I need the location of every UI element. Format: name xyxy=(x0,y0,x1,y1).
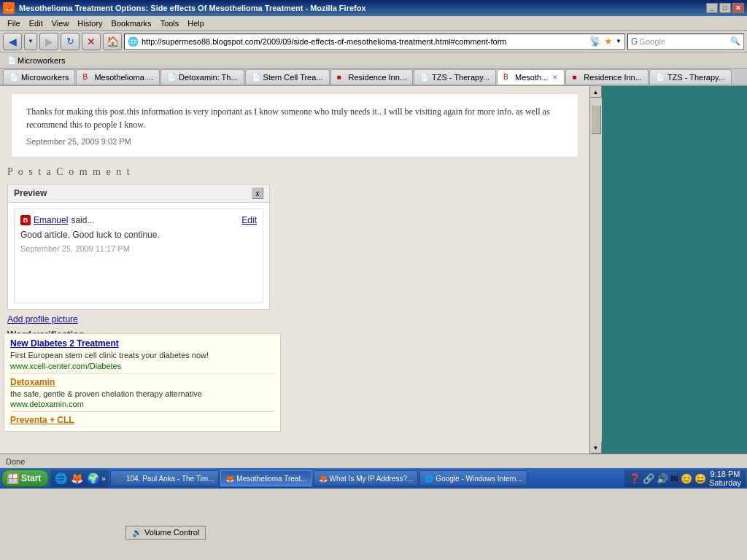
taskbar-time: 9:18 PM Saturday xyxy=(709,470,741,487)
forward-button[interactable]: ▶ xyxy=(39,33,58,50)
scroll-up-button[interactable]: ▲ xyxy=(590,86,602,98)
preview-username[interactable]: Emanuel xyxy=(34,215,68,225)
bookmark-dropdown[interactable]: ▼ xyxy=(616,38,622,44)
address-text: http://supermeso88.blogspot.com/2009/09/… xyxy=(142,37,587,46)
ad-title-3[interactable]: Preventa + CLL xyxy=(10,415,274,425)
scroll-track[interactable] xyxy=(590,98,602,442)
taskbar-ie-icon[interactable]: 🌐 xyxy=(53,471,68,486)
search-engine-icon: G xyxy=(631,36,638,47)
taskbar-ip-icon: 🦊 xyxy=(319,475,328,483)
tab-label-tzs1: TZS - Therapy... xyxy=(432,73,489,82)
preview-content: B Emanuel said... Edit Good article. Goo… xyxy=(8,203,269,309)
back-dropdown[interactable]: ▼ xyxy=(24,33,37,50)
tabs-bar: 📄 Microworkers B Mesothelioma ... 📄 Deto… xyxy=(0,69,747,86)
taskbar-firefox-icon[interactable]: 🦊 xyxy=(69,471,84,486)
quick-launch-more[interactable]: » xyxy=(101,475,106,483)
tab-residence1[interactable]: ■ Residence Inn... xyxy=(330,69,414,85)
window-title: Mesothelioma Treatment Options: Side eff… xyxy=(19,4,366,12)
maximize-button[interactable]: □ xyxy=(719,3,731,13)
taskbar-btn-media[interactable]: 🎵 104. Paul Anka - The Tim... xyxy=(110,470,219,486)
menu-view[interactable]: View xyxy=(47,18,74,29)
preview-comment-date: September 25, 2009 11:17 PM xyxy=(20,244,257,253)
vertical-scrollbar[interactable]: ▲ ▼ xyxy=(589,86,601,454)
tab-residence2[interactable]: ■ Residence Inn... xyxy=(565,69,649,85)
minimize-button[interactable]: _ xyxy=(706,3,718,13)
tab-icon-tzs2: 📄 xyxy=(656,73,665,82)
tab-tzs2[interactable]: 📄 TZS - Therapy... xyxy=(649,69,732,85)
tab-tzs1[interactable]: 📄 TZS - Therapy... xyxy=(414,69,496,85)
taskbar-chrome-icon[interactable]: 🌍 xyxy=(85,471,100,486)
preview-said: said... xyxy=(71,215,94,225)
start-icon: 🪟 xyxy=(7,472,19,484)
taskbar-network-icon[interactable]: 🔗 xyxy=(643,473,654,484)
tab-icon-microworkers: 📄 xyxy=(9,73,18,82)
close-button[interactable]: ✕ xyxy=(732,3,744,13)
preview-close-button[interactable]: x xyxy=(252,187,263,199)
navigation-bar: ◀ ▼ ▶ ↻ ✕ 🏠 🌐 http://supermeso88.blogspo… xyxy=(0,31,747,52)
notification-area: ❓ 🔗 🔊 ✉ 😊 😄 xyxy=(629,473,706,484)
tab-stemcell[interactable]: 📄 Stem Cell Trea... xyxy=(245,69,330,85)
tab-label-tzs2: TZS - Therapy... xyxy=(667,73,725,82)
menu-tools[interactable]: Tools xyxy=(156,18,184,29)
preview-header: Preview x xyxy=(8,184,269,203)
stop-button[interactable]: ✕ xyxy=(82,33,101,50)
bookmarks-bar: 📄 Microworkers xyxy=(0,52,747,69)
bookmark-star[interactable]: ★ xyxy=(604,36,613,47)
home-button[interactable]: 🏠 xyxy=(103,33,122,50)
tab-mesothelioma1[interactable]: B Mesothelioma ... xyxy=(76,69,160,85)
preview-box: Preview x B Emanuel said... Edit Good ar… xyxy=(7,184,270,310)
taskbar-btn-mesothelioma[interactable]: 🦊 Mesothelioma Treat... xyxy=(220,470,311,486)
volume-label: Volume Control xyxy=(144,528,199,537)
address-bar[interactable]: 🌐 http://supermeso88.blogspot.com/2009/0… xyxy=(124,34,625,50)
tab-icon-residence2: ■ xyxy=(572,73,581,82)
menu-history[interactable]: History xyxy=(73,18,107,29)
tab-label-mesoth: Mesoth... xyxy=(515,73,548,82)
search-bar[interactable]: G Google 🔍 xyxy=(627,34,744,50)
taskbar-help-icon[interactable]: ❓ xyxy=(629,473,640,484)
tab-label-detoxamin: Detoxamin: Th... xyxy=(179,73,238,82)
taskbar-btn-google[interactable]: 🌐 Google - Windows Intern... xyxy=(419,470,527,486)
taskbar-sound-icon[interactable]: 🔊 xyxy=(657,473,668,484)
reload-button[interactable]: ↻ xyxy=(61,33,80,50)
comment-preview-inner: B Emanuel said... Edit Good article. Goo… xyxy=(14,209,263,303)
tab-mesoth-active[interactable]: B Mesoth... ✕ xyxy=(497,69,565,85)
tab-close-mesoth[interactable]: ✕ xyxy=(552,74,558,81)
rss-icon[interactable]: 📡 xyxy=(589,36,601,47)
scroll-down-button[interactable]: ▼ xyxy=(590,442,602,454)
tab-label-residence1: Residence Inn... xyxy=(349,73,407,82)
taskbar-btn-ipcheck[interactable]: 🦊 What Is My IP Address?... xyxy=(314,470,419,486)
taskbar-mail-icon[interactable]: ✉ xyxy=(670,473,678,484)
start-button[interactable]: 🪟 Start xyxy=(1,470,49,487)
menu-bar: File Edit View History Bookmarks Tools H… xyxy=(0,16,747,31)
volume-control-popup[interactable]: 🔊 Volume Control xyxy=(125,526,206,540)
window-controls[interactable]: _ □ ✕ xyxy=(706,3,744,13)
bookmark-label: Microworkers xyxy=(18,56,65,65)
menu-help[interactable]: Help xyxy=(183,18,209,29)
tab-microworkers[interactable]: 📄 Microworkers xyxy=(3,69,75,85)
browser-content: Thanks for making this post.this informa… xyxy=(0,86,747,454)
tab-label-residence2: Residence Inn... xyxy=(584,73,642,82)
ad-title-1[interactable]: New Diabetes 2 Treatment xyxy=(10,338,274,349)
preview-title: Preview xyxy=(14,188,47,198)
blogger-icon-small: B xyxy=(20,215,31,225)
taskbar-smiley2-icon: 😄 xyxy=(694,473,706,484)
ad-title-2[interactable]: Detoxamin xyxy=(10,377,274,387)
tab-detoxamin[interactable]: 📄 Detoxamin: Th... xyxy=(160,69,244,85)
taskbar-day-value: Saturday xyxy=(709,478,741,487)
right-panel xyxy=(601,86,747,454)
tab-icon-tzs1: 📄 xyxy=(420,73,429,82)
taskbar-media-label: 104. Paul Anka - The Tim... xyxy=(126,475,214,483)
add-profile-link[interactable]: Add profile picture xyxy=(7,314,582,324)
taskbar-meso-label: Mesothelioma Treat... xyxy=(236,475,306,483)
scroll-thumb[interactable] xyxy=(591,105,601,134)
status-text: Done xyxy=(6,457,25,466)
preview-edit-link[interactable]: Edit xyxy=(241,215,257,225)
menu-file[interactable]: File xyxy=(3,18,25,29)
post-comment-heading: P o s t a C o m m e n t xyxy=(7,166,582,178)
menu-bookmarks[interactable]: Bookmarks xyxy=(107,18,156,29)
search-button[interactable]: 🔍 xyxy=(730,36,740,46)
menu-edit[interactable]: Edit xyxy=(25,18,47,29)
back-button[interactable]: ◀ xyxy=(3,33,22,50)
bookmark-microworkers[interactable]: 📄 Microworkers xyxy=(3,55,69,66)
ad-body-2: the safe, gentle & proven chelation ther… xyxy=(10,389,274,400)
